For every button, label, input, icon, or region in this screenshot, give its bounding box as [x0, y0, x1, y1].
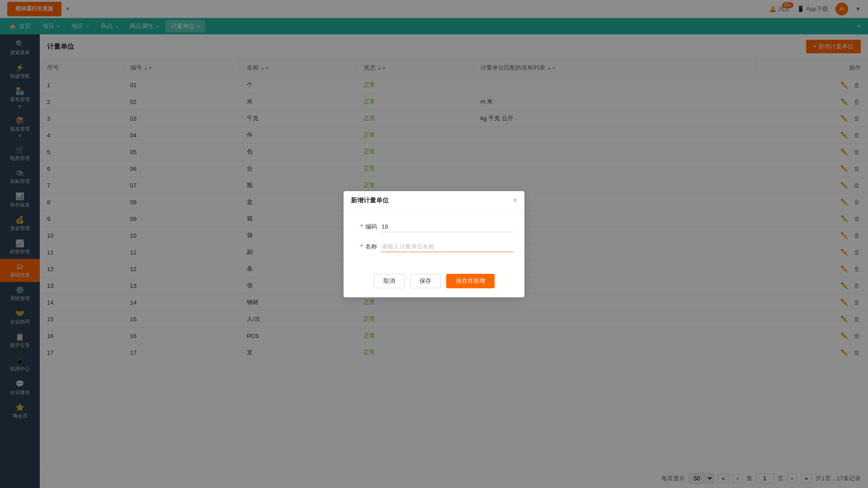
- code-input[interactable]: [381, 221, 514, 232]
- modal-overlay[interactable]: 新增计量单位 × * 编码 * 名称 取消 保存 保存并新增: [0, 0, 868, 488]
- modal-body: * 编码 * 名称: [344, 211, 524, 268]
- save-button[interactable]: 保存: [410, 274, 441, 288]
- cancel-button[interactable]: 取消: [374, 274, 405, 288]
- add-unit-modal: 新增计量单位 × * 编码 * 名称 取消 保存 保存并新增: [344, 191, 524, 297]
- code-form-row: * 编码: [354, 221, 514, 232]
- code-label: * 编码: [354, 223, 377, 231]
- save-and-new-button[interactable]: 保存并新增: [446, 274, 495, 288]
- modal-title: 新增计量单位: [351, 197, 389, 205]
- modal-close-button[interactable]: ×: [513, 197, 517, 205]
- modal-header: 新增计量单位 ×: [344, 191, 524, 211]
- name-form-row: * 名称: [354, 241, 514, 252]
- modal-footer: 取消 保存 保存并新增: [344, 268, 524, 297]
- name-label: * 名称: [354, 243, 377, 251]
- name-input[interactable]: [381, 241, 514, 252]
